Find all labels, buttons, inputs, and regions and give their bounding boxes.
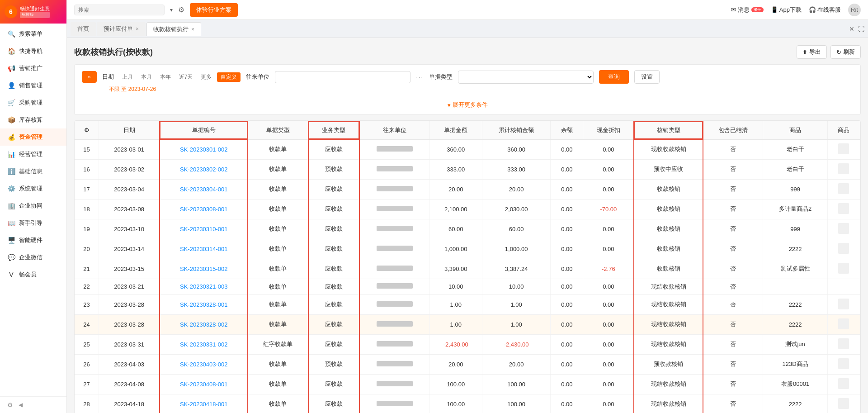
sidebar-item-operations[interactable]: 📊 经营管理 [0, 146, 66, 163]
last-month-btn[interactable]: 上月 [119, 72, 136, 82]
table-row[interactable]: 23 2023-03-28 SK-20230328-001 收款单 应收款 1.… [75, 294, 860, 314]
cell-goods2 [827, 279, 860, 294]
bill-no-link[interactable]: SK-20230328-002 [180, 321, 228, 328]
sidebar: 6 畅快通好生意 标推版 🔍 搜索菜单 🏠 快捷导航 📢 营销推广 👤 销售管理… [0, 0, 67, 413]
custom-date-btn[interactable]: 自定义 [217, 72, 241, 82]
cell-goods [763, 279, 828, 294]
sidebar-item-member[interactable]: V 畅会员 [0, 266, 66, 283]
query-button[interactable]: 查询 [599, 70, 629, 84]
table-row[interactable]: 19 2023-03-10 SK-20230310-001 收款单 应收款 60… [75, 219, 860, 239]
table-row[interactable]: 25 2023-03-31 SK-20230331-002 红字收款单 应收款 … [75, 334, 860, 354]
bill-no-link[interactable]: SK-20230418-001 [180, 401, 228, 408]
user-avatar[interactable]: Rit [848, 4, 861, 16]
solution-button[interactable]: 体验行业方案 [190, 3, 238, 17]
sidebar-item-marketing[interactable]: 📢 营销推广 [0, 60, 66, 77]
tab-label-receivable-exec: 收款核销执行 [153, 25, 189, 33]
cell-bill-no: SK-20230304-001 [160, 179, 248, 199]
sidebar-collapse-icon[interactable]: ◀ [19, 402, 23, 408]
top-search-input[interactable] [74, 5, 165, 15]
cell-biz-type: 应收款 [308, 139, 359, 159]
tab-home[interactable]: 首页 [71, 22, 96, 36]
bill-no-link[interactable]: SK-20230308-001 [180, 206, 228, 213]
refresh-button[interactable]: ↻ 刷新 [830, 45, 861, 59]
sidebar-settings-icon[interactable]: ⚙ [7, 401, 13, 408]
export-button[interactable]: ⬆ 导出 [797, 45, 827, 59]
bill-no-link[interactable]: SK-20230314-001 [180, 246, 228, 252]
table-row[interactable]: 27 2023-04-08 SK-20230408-001 收款单 应收款 10… [75, 374, 860, 394]
cell-balance: 0.00 [551, 179, 583, 199]
sidebar-item-enterprise[interactable]: 🏢 企业协同 [0, 197, 66, 214]
tab-receivable-exec[interactable]: 收款核销执行× [146, 22, 201, 36]
online-service-button[interactable]: 🎧 在线客服 [809, 6, 841, 14]
tab-expand-button[interactable]: ⛶ [858, 25, 864, 33]
table-row[interactable]: 28 2023-04-18 SK-20230418-001 收款单 应收款 10… [75, 394, 860, 413]
tab-close-prepay[interactable]: × [136, 26, 139, 32]
bill-no-link[interactable]: SK-20230403-002 [180, 361, 228, 368]
table-row[interactable]: 17 2023-03-04 SK-20230304-001 收款单 应收款 20… [75, 179, 860, 199]
cell-cumulative-cancel: 100.00 [482, 374, 551, 394]
more-dates-btn[interactable]: 更多 [198, 72, 214, 82]
sidebar-item-wechat[interactable]: 💬 企业微信 [0, 249, 66, 266]
bill-no-link[interactable]: SK-20230408-001 [180, 381, 228, 388]
sidebar-item-finance[interactable]: 💰 资金管理 [0, 128, 66, 146]
filter-expand-left-btn[interactable]: » [82, 71, 97, 83]
app-download-button[interactable]: 📱 App下载 [771, 6, 802, 14]
bill-no-link[interactable]: SK-20230331-002 [180, 341, 228, 348]
sidebar-item-guide[interactable]: 📖 新手引导 [0, 214, 66, 232]
tab-prepay[interactable]: 预计应付单× [97, 22, 146, 36]
cell-cash-discount: 0.00 [583, 294, 634, 314]
bill-type-filter-select[interactable] [458, 71, 594, 84]
counterpart-filter-input[interactable] [275, 71, 410, 83]
sidebar-item-system[interactable]: ⚙️ 系统管理 [0, 180, 66, 197]
sidebar-item-purchase[interactable]: 🛒 采购管理 [0, 94, 66, 111]
bill-no-link[interactable]: SK-20230321-003 [180, 283, 228, 290]
sidebar-item-search[interactable]: 🔍 搜索菜单 [0, 25, 66, 43]
cell-bill-type: 收款单 [248, 279, 308, 294]
tab-close-receivable-exec[interactable]: × [191, 26, 194, 33]
filter-settings-button[interactable]: 设置 [634, 70, 660, 84]
message-button[interactable]: ✉ 消息 99+ [731, 6, 764, 14]
bill-no-link[interactable]: SK-20230310-001 [180, 226, 228, 233]
table-row[interactable]: 20 2023-03-14 SK-20230314-001 收款单 应收款 1,… [75, 239, 860, 259]
cell-date: 2023-03-31 [99, 334, 160, 354]
tab-close-button[interactable]: ✕ [849, 25, 854, 33]
sidebar-item-base-info[interactable]: ℹ️ 基础信息 [0, 163, 66, 180]
col-header-settings[interactable]: ⚙ [75, 121, 99, 139]
table-row[interactable]: 15 2023-03-01 SK-20230301-002 收款单 应收款 36… [75, 139, 860, 159]
bill-no-link[interactable]: SK-20230304-001 [180, 186, 228, 193]
this-year-btn[interactable]: 本年 [157, 72, 174, 82]
sidebar-item-inventory[interactable]: 📦 库存核算 [0, 111, 66, 128]
cell-cash-discount: 0.00 [583, 354, 634, 374]
cell-cash-discount: 0.00 [583, 219, 634, 239]
sidebar-item-hardware[interactable]: 🖥️ 智能硬件 [0, 232, 66, 249]
bill-no-link[interactable]: SK-20230328-001 [180, 301, 228, 308]
filter-dots[interactable]: ··· [416, 74, 424, 81]
expand-more-conditions-btn[interactable]: ▾ 展开更多条件 [448, 101, 488, 109]
sidebar-item-sales[interactable]: 👤 销售管理 [0, 77, 66, 94]
bill-no-link[interactable]: SK-20230302-002 [180, 166, 228, 173]
sidebar-item-quick-nav[interactable]: 🏠 快捷导航 [0, 43, 66, 60]
table-row[interactable]: 22 2023-03-21 SK-20230321-003 收款单 应收款 10… [75, 279, 860, 294]
bill-no-link[interactable]: SK-20230301-002 [180, 146, 228, 153]
cell-goods: 测试多属性 [763, 259, 828, 279]
this-month-btn[interactable]: 本月 [138, 72, 155, 82]
table-row[interactable]: 26 2023-04-03 SK-20230403-002 收款单 预收款 20… [75, 354, 860, 374]
cell-biz-type: 应收款 [308, 239, 359, 259]
top-gear-button[interactable]: ⚙ [178, 5, 184, 14]
table-row[interactable]: 21 2023-03-15 SK-20230315-002 收款单 应收款 3,… [75, 259, 860, 279]
message-icon: ✉ [731, 6, 736, 13]
cell-goods: 测试jun [763, 334, 828, 354]
table-row[interactable]: 18 2023-03-08 SK-20230308-001 收款单 应收款 2,… [75, 199, 860, 219]
guide-icon: 📖 [7, 219, 15, 227]
table-row[interactable]: 24 2023-03-28 SK-20230328-002 收款单 应收款 1.… [75, 314, 860, 334]
top-bar-right: ✉ 消息 99+ 📱 App下载 🎧 在线客服 Rit [731, 4, 861, 16]
last-7days-btn[interactable]: 近7天 [176, 72, 196, 82]
cell-include-settled: 否 [703, 139, 763, 159]
bill-no-link[interactable]: SK-20230315-002 [180, 266, 228, 272]
table-row[interactable]: 16 2023-03-02 SK-20230302-002 收款单 预收款 33… [75, 159, 860, 179]
sidebar-item-label-inventory: 库存核算 [19, 116, 42, 124]
cell-date: 2023-03-10 [99, 219, 160, 239]
dropdown-button[interactable]: ▾ [170, 7, 173, 13]
col-header-cumulative-cancel: 累计核销金额 [482, 121, 551, 139]
cell-date: 2023-04-03 [99, 354, 160, 374]
